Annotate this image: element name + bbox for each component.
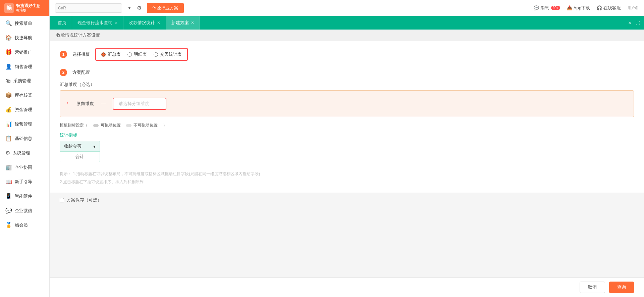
bag-icon: 🛍 [5, 78, 11, 84]
save-row: 方案保存（可选） [50, 193, 644, 207]
settings-icon: ⚙ [5, 150, 10, 156]
hint-2: 2.点击标题栏下拉可设置排序、插入列和删除列 [60, 178, 634, 186]
draggable-indicator [93, 124, 99, 127]
dimension-title: 汇总维度（必选） [60, 82, 634, 88]
hint-1: 提示： 1.拖动标题栏可以调整布局，不可跨维度或指标区域拖动栏目字段(只能在同一… [60, 170, 634, 178]
search-input[interactable] [55, 3, 122, 13]
user-icon: 👤 [5, 63, 12, 70]
clipboard-icon: 📋 [5, 135, 12, 142]
non-draggable-indicator [126, 124, 131, 127]
tab-actions: ✕ ⛶ [628, 16, 644, 30]
tab-receivable-stat[interactable]: 收款情况统计 ✕ [123, 16, 166, 30]
metrics-close-paren: ） [163, 122, 167, 128]
sidebar-item-finance[interactable]: 💰 资金管理 [0, 102, 49, 117]
sidebar-item-basic-info[interactable]: 📋 基础信息 [0, 131, 49, 146]
required-indicator: * [67, 101, 68, 106]
sidebar-item-member[interactable]: 🏅 畅会员 [0, 218, 49, 232]
close-window-icon[interactable]: ✕ [628, 20, 632, 26]
tab-bar: 首页 现金银行流水查询 ✕ 收款情况统计 ✕ 新建方案 ✕ ✕ ⛶ [50, 16, 644, 30]
arrow-icon: — [101, 101, 106, 107]
sidebar-item-marketing[interactable]: 🎁 营销推广 [0, 45, 49, 59]
sidebar-item-purchase[interactable]: 🛍 采购管理 [0, 74, 49, 88]
tab-home[interactable]: 首页 [52, 16, 72, 30]
radio-summary[interactable]: 汇总表 [101, 51, 121, 57]
config-area: 1 选择模板 汇总表 明细表 交叉统计表 [50, 41, 644, 193]
gift-icon: 🎁 [5, 49, 12, 55]
breadcrumb: 收款情况统计方案设置 [50, 30, 644, 41]
step2-row: 2 方案配置 [60, 69, 634, 76]
save-checkbox[interactable] [60, 198, 64, 202]
step2-label: 方案配置 [72, 69, 90, 76]
radio-cross[interactable]: 交叉统计表 [154, 51, 182, 57]
chart-icon: 📊 [5, 121, 12, 127]
sidebar: 畅 畅捷通好生意 标准版 🔍 搜索菜单 🏠 快捷导航 🎁 营销推广 👤 销售管理… [0, 0, 50, 297]
tab-bank-flow[interactable]: 现金银行流水查询 ✕ [72, 16, 123, 30]
page-content: 收款情况统计方案设置 1 选择模板 汇总表 明细表 [50, 30, 644, 277]
user-avatar[interactable]: 用户名 [628, 5, 639, 10]
dropdown-arrow-icon[interactable]: ▼ [127, 6, 131, 10]
app-download-item[interactable]: 📥 App下载 [567, 5, 590, 11]
metrics-table-subtotal: 合计 [60, 152, 100, 162]
avatar-icon: 用户名 [628, 5, 639, 10]
tab-bank-flow-close[interactable]: ✕ [114, 20, 118, 25]
metrics-table-header[interactable]: 收款金额 ▾ [60, 141, 100, 152]
dropdown-chevron-icon: ▾ [93, 144, 96, 149]
box-icon: 📦 [5, 92, 12, 98]
cancel-button[interactable]: 取消 [580, 282, 605, 293]
main-area: ▼ ⚙ 体验行业方案 💬 消息 99+ 📥 App下载 🎧 在线客服 用户名 [50, 0, 644, 297]
radio-detail[interactable]: 明细表 [127, 51, 147, 57]
chat-icon: 💬 [5, 207, 12, 214]
step2-area: 2 方案配置 汇总维度（必选） * 纵向维度 — 请选择分组维度 [60, 69, 634, 186]
expand-window-icon[interactable]: ⛶ [636, 20, 640, 26]
step1-row: 1 选择模板 汇总表 明细表 交叉统计表 [60, 48, 634, 61]
search-icon: 🔍 [5, 20, 12, 27]
template-selector: 汇总表 明细表 交叉统计表 [95, 48, 188, 61]
dimension-section: 汇总维度（必选） * 纵向维度 — 请选择分组维度 [60, 82, 634, 117]
query-button[interactable]: 查询 [609, 282, 634, 293]
logo-icon: 畅 [4, 3, 14, 13]
logo-text: 畅捷通好生意 标准版 [16, 3, 40, 13]
sidebar-item-newbie[interactable]: 📖 新手引导 [0, 175, 49, 189]
sidebar-item-wechat[interactable]: 💬 企业微信 [0, 203, 49, 218]
step1-label: 选择模板 [72, 51, 90, 57]
step1-badge: 1 [60, 51, 67, 58]
dimension-area: * 纵向维度 — 请选择分组维度 [60, 90, 634, 117]
save-label: 方案保存（可选） [67, 197, 102, 203]
industry-btn[interactable]: 体验行业方案 [147, 3, 184, 13]
metrics-section: 模板指标设定（ 可拖动位置 不可拖动位置 ） 统计指标 [60, 122, 634, 163]
sidebar-item-operations[interactable]: 📊 经营管理 [0, 117, 49, 131]
topbar-right: 💬 消息 99+ 📥 App下载 🎧 在线客服 用户名 [534, 5, 639, 11]
sidebar-item-search[interactable]: 🔍 搜索菜单 [0, 16, 49, 31]
notifications-item[interactable]: 💬 消息 99+ [534, 5, 560, 11]
phone-icon: 📱 [5, 193, 12, 199]
book-icon: 📖 [5, 179, 12, 185]
sidebar-item-quick-nav[interactable]: 🏠 快捷导航 [0, 31, 49, 45]
download-icon: 📥 [567, 5, 572, 10]
step2-badge: 2 [60, 69, 67, 76]
metrics-toggle-row: 模板指标设定（ 可拖动位置 不可拖动位置 ） [60, 122, 634, 128]
sidebar-item-smart-hw[interactable]: 📱 智能硬件 [0, 189, 49, 203]
dimension-select[interactable]: 请选择分组维度 [113, 98, 166, 110]
sidebar-item-enterprise[interactable]: 🏢 企业协同 [0, 160, 49, 175]
tab-new-plan[interactable]: 新建方案 ✕ [166, 16, 200, 30]
non-draggable-toggle: 不可拖动位置 [126, 122, 158, 128]
headset-icon: 🎧 [597, 5, 602, 10]
online-service-item[interactable]: 🎧 在线客服 [597, 5, 621, 11]
sidebar-logo: 畅 畅捷通好生意 标准版 [0, 0, 49, 16]
hints-area: 提示： 1.拖动标题栏可以调整布局，不可跨维度或指标区域拖动栏目字段(只能在同一… [60, 170, 634, 186]
topbar: ▼ ⚙ 体验行业方案 💬 消息 99+ 📥 App下载 🎧 在线客服 用户名 [50, 0, 644, 16]
gear-icon[interactable]: ⚙ [137, 5, 142, 11]
money-icon: 💰 [5, 106, 12, 113]
sidebar-item-sales[interactable]: 👤 销售管理 [0, 59, 49, 74]
message-icon: 💬 [534, 5, 539, 10]
building-icon: 🏢 [5, 164, 12, 170]
metrics-table: 收款金额 ▾ 合计 [60, 141, 100, 162]
stats-label: 统计指标 [60, 132, 634, 138]
sidebar-item-inventory[interactable]: 📦 库存核算 [0, 88, 49, 102]
sidebar-item-system[interactable]: ⚙ 系统管理 [0, 146, 49, 160]
medal-icon: 🏅 [5, 222, 12, 228]
tab-receivable-stat-close[interactable]: ✕ [157, 20, 160, 25]
home-icon: 🏠 [5, 35, 12, 41]
footer-bar: 取消 查询 [50, 277, 644, 297]
tab-new-plan-close[interactable]: ✕ [191, 20, 194, 25]
